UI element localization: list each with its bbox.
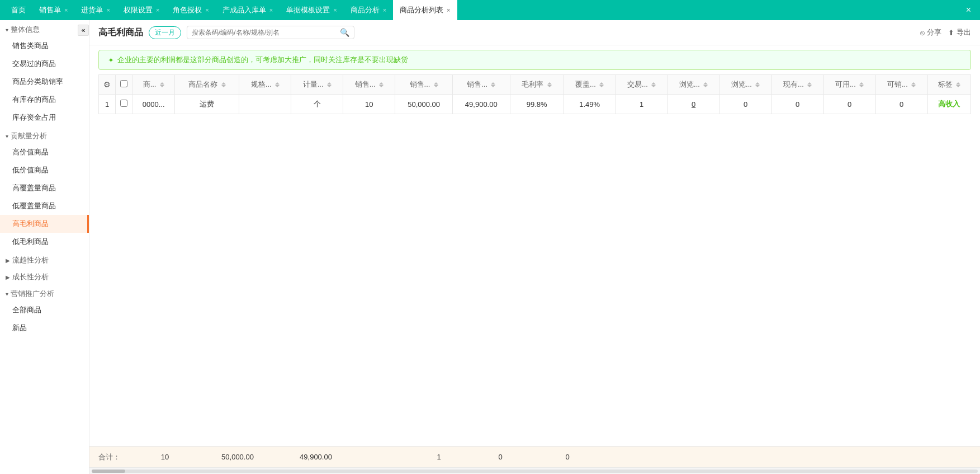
sidebar-group-growth[interactable]: ▶ 成长性分析 [0, 267, 89, 284]
footer-sales-qty: 10 [131, 453, 198, 461]
nav-tab-permissions[interactable]: 权限设置 × [117, 0, 166, 20]
sort-unit [327, 82, 332, 87]
close-analysis-tab[interactable]: × [383, 7, 386, 13]
sort-transaction [651, 82, 656, 87]
th-unit[interactable]: 计量... [291, 75, 343, 95]
th-browse1[interactable]: 浏览... [667, 75, 719, 95]
footer-transaction-val: 1 [411, 453, 467, 461]
nav-tab-template[interactable]: 单据模板设置 × [280, 0, 343, 20]
th-sales-cost[interactable]: 销售... [452, 75, 510, 95]
sidebar-item-stock-capital[interactable]: 库存资金占用 [0, 109, 89, 126]
sidebar-collapse-btn[interactable]: « [78, 25, 89, 36]
horizontal-scrollbar[interactable] [89, 467, 980, 474]
sort-sales-qty [379, 82, 384, 87]
search-icon[interactable]: 🔍 [340, 28, 349, 37]
sidebar-group-trend[interactable]: ▶ 流趋性分析 [0, 251, 89, 267]
filter-recent-month-btn[interactable]: 近一月 [149, 26, 181, 39]
expand-arrow-marketing: ▾ [6, 291, 8, 297]
close-roles-tab[interactable]: × [205, 7, 209, 13]
sort-coverage [599, 82, 604, 87]
nav-tab-inbound[interactable]: 产成品入库单 × [216, 0, 280, 20]
sidebar-item-traded-goods[interactable]: 交易过的商品 [0, 55, 89, 73]
search-box: 🔍 [187, 26, 354, 39]
close-analysis-list-tab[interactable]: × [447, 7, 450, 13]
th-code[interactable]: 商... [132, 75, 175, 95]
nav-tab-roles[interactable]: 角色授权 × [166, 0, 215, 20]
th-spec[interactable]: 规格... [239, 75, 291, 95]
close-all-tabs[interactable]: × [962, 5, 976, 15]
cell-transaction: 1 [616, 95, 667, 114]
browse1-link[interactable]: 0 [692, 100, 695, 109]
th-sales-qty[interactable]: 销售... [343, 75, 395, 95]
th-transaction[interactable]: 交易... [616, 75, 667, 95]
search-input[interactable] [192, 29, 340, 36]
footer-saleable: 0 [534, 453, 601, 461]
share-btn[interactable]: ⎋ 分享 [920, 27, 941, 37]
sidebar-item-all-goods[interactable]: 全部商品 [0, 301, 89, 319]
header-actions: ⎋ 分享 ⬆ 导出 [920, 27, 971, 37]
sidebar-group-overview[interactable]: ▾ 整体信息 [0, 20, 89, 37]
cell-checkbox [116, 95, 132, 114]
sidebar-item-high-value[interactable]: 高价值商品 [0, 143, 89, 161]
sidebar-item-low-margin[interactable]: 低毛利商品 [0, 233, 89, 251]
cell-code: 0000... [132, 95, 175, 114]
footer-available: 0 [467, 453, 534, 461]
sort-gross-margin [547, 82, 552, 87]
sidebar-item-in-stock[interactable]: 有库存的商品 [0, 91, 89, 109]
content-header: 高毛利商品 近一月 🔍 ⎋ 分享 ⬆ 导出 [89, 20, 980, 45]
cell-tag: 高收入 [927, 95, 970, 114]
sidebar-item-high-coverage[interactable]: 高覆盖量商品 [0, 179, 89, 197]
footer-sales-cost: 49,900.00 [277, 453, 355, 461]
cell-browse2: 0 [719, 95, 771, 114]
export-btn[interactable]: ⬆ 导出 [948, 27, 971, 37]
close-inbound-tab[interactable]: × [269, 7, 273, 13]
sidebar-item-new-goods[interactable]: 新品 [0, 319, 89, 337]
sidebar-item-low-value[interactable]: 低价值商品 [0, 161, 89, 179]
close-purchase-tab[interactable]: × [106, 7, 110, 13]
th-gross-margin[interactable]: 毛利率 [510, 75, 564, 95]
nav-tab-sales[interactable]: 销售单 × [32, 0, 74, 20]
table-footer: 合计： 10 50,000.00 49,900.00 1 0 [89, 446, 980, 467]
expand-arrow-growth: ▶ [6, 274, 10, 280]
share-icon: ⎋ [920, 29, 925, 37]
cell-name: 运费 [175, 95, 239, 114]
cell-sales-qty: 10 [343, 95, 395, 114]
sidebar-group-contribution[interactable]: ▾ 贡献量分析 [0, 126, 89, 143]
nav-tab-home[interactable]: 首页 [4, 0, 32, 20]
cell-browse1: 0 [667, 95, 719, 114]
nav-tab-analysis[interactable]: 商品分析 × [344, 0, 393, 20]
close-sales-tab[interactable]: × [64, 7, 68, 13]
sort-code [160, 82, 164, 87]
th-saleable[interactable]: 可销... [875, 75, 927, 95]
sort-name [221, 82, 226, 87]
th-coverage[interactable]: 覆盖... [564, 75, 616, 95]
th-name[interactable]: 商品名称 [175, 75, 239, 95]
th-browse2[interactable]: 浏览... [719, 75, 771, 95]
nav-tab-purchase[interactable]: 进货单 × [74, 0, 116, 20]
settings-icon[interactable]: ⚙ [103, 80, 111, 89]
select-all-checkbox[interactable] [120, 80, 127, 87]
sidebar-item-category-rate[interactable]: 商品分类助销率 [0, 73, 89, 91]
sidebar-group-marketing[interactable]: ▾ 营销推广分析 [0, 284, 89, 301]
th-available[interactable]: 可用... [823, 75, 875, 95]
cell-gross-margin: 99.8% [510, 95, 564, 114]
th-current-stock[interactable]: 现有... [771, 75, 823, 95]
sort-tag [956, 82, 960, 87]
row-checkbox[interactable] [120, 100, 127, 107]
sidebar-item-low-coverage[interactable]: 低覆盖量商品 [0, 197, 89, 215]
close-template-tab[interactable]: × [333, 7, 337, 13]
close-permissions-tab[interactable]: × [156, 7, 159, 13]
th-gear[interactable]: ⚙ [99, 75, 116, 95]
scrollbar-thumb[interactable] [92, 470, 125, 473]
cell-current-stock: 0 [771, 95, 823, 114]
nav-tab-analysis-list[interactable]: 商品分析列表 × [393, 0, 457, 20]
table-row: 1 0000... 运费 [99, 95, 971, 114]
sidebar: « ▾ 整体信息 销售类商品 交易过的商品 商品分类助销率 有库存的商品 库存资… [0, 20, 89, 474]
th-sales-amount[interactable]: 销售... [395, 75, 453, 95]
sidebar-item-high-margin[interactable]: 高毛利商品 [0, 215, 89, 233]
footer-transaction [355, 453, 411, 461]
main-layout: « ▾ 整体信息 销售类商品 交易过的商品 商品分类助销率 有库存的商品 库存资… [0, 20, 980, 474]
th-tag[interactable]: 标签 [927, 75, 970, 95]
cell-spec [239, 95, 291, 114]
sidebar-item-sales-goods[interactable]: 销售类商品 [0, 37, 89, 55]
